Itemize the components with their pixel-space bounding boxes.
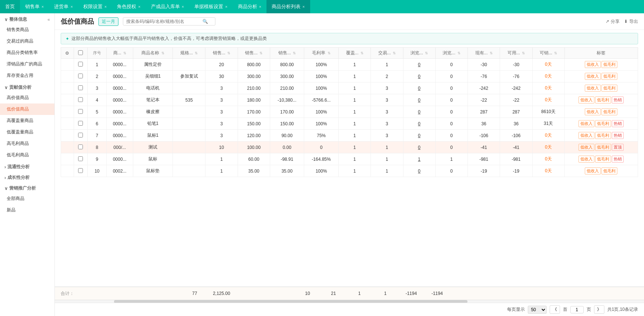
sidebar-item-all-products[interactable]: 全部商品 [0,193,54,204]
row-checkbox[interactable] [78,133,83,137]
col-margin[interactable]: 毛利率 ⇅ [304,48,338,59]
row-spec [173,153,205,165]
col-sellable[interactable]: 可销... ⇅ [532,48,564,59]
sidebar-item-high-value[interactable]: 高价值商品 [0,92,54,103]
row-checkbox-cell[interactable] [74,130,88,142]
tag: 低毛利 [601,167,617,174]
row-checkbox-cell[interactable] [74,165,88,177]
sidebar-item-high-margin[interactable]: 高毛利商品 [0,138,54,149]
row-view1[interactable]: 0 [403,118,435,130]
share-button[interactable]: ↗ 分享 [606,18,620,25]
col-name[interactable]: 商品名称 ⇅ [133,48,172,59]
row-view1[interactable]: 0 [403,165,435,177]
time-filter-button[interactable]: 近一月 [98,17,118,26]
col-stock[interactable]: 现有... ⇅ [468,48,500,59]
nav-product-analysis-list[interactable]: 商品分析列表 × [266,0,310,13]
row-view1[interactable]: 0 [403,94,435,106]
sidebar-item-sales-products[interactable]: 销售类商品 [0,24,54,35]
first-page-button[interactable]: 《 [550,305,560,314]
sidebar-item-traded[interactable]: 交易过的商品 [0,35,54,47]
row-spec [173,82,205,94]
close-icon[interactable]: × [41,4,44,9]
nav-purchase[interactable]: 进货单 × [49,0,78,13]
row-checkbox[interactable] [78,85,83,90]
row-checkbox[interactable] [78,74,83,78]
sidebar-item-category-sales[interactable]: 商品分类销售率 [0,47,54,58]
row-view1[interactable]: 1 [403,153,435,165]
row-checkbox[interactable] [78,62,83,67]
close-icon[interactable]: × [302,4,305,9]
sidebar-group-growth[interactable]: › 成长性分析 [0,171,54,182]
row-view1[interactable]: 0 [403,59,435,71]
sidebar-group-circulation[interactable]: › 流通性分析 [0,161,54,171]
col-gear[interactable]: ⚙ [61,48,74,59]
row-spec [173,142,205,153]
row-checkbox[interactable] [78,121,83,126]
col-available[interactable]: 可用... ⇅ [500,48,532,59]
row-checkbox-cell[interactable] [74,153,88,165]
row-view1[interactable]: 0 [403,71,435,82]
sidebar-item-stock-capital[interactable]: 库存资金占用 [0,70,54,81]
chevron-right-icon: › [4,164,6,170]
row-view1[interactable]: 0 [403,82,435,94]
col-sale-amount[interactable]: 销售... ⇅ [270,48,304,59]
row-stock: -242 [468,82,500,94]
table-wrapper[interactable]: ⚙ 序号 商... ⇅ 商品名称 ⇅ 规格... ⇅ 销售... ⇅ 销售...… [55,47,644,286]
sidebar-item-low-value[interactable]: 低价值商品 [0,103,54,115]
export-button[interactable]: ⬇ 导出 [624,18,638,25]
collapse-icon[interactable]: « [47,17,50,22]
col-sale-qty[interactable]: 销售... ⇅ [205,48,238,59]
search-input[interactable] [126,19,200,24]
select-all-checkbox[interactable] [78,50,83,55]
close-icon[interactable]: × [182,4,184,9]
row-checkbox[interactable] [78,156,83,161]
close-icon[interactable]: × [104,4,107,9]
col-coverage[interactable]: 覆盖... ⇅ [339,48,371,59]
close-icon[interactable]: × [70,4,73,9]
col-sale-price[interactable]: 销售... ⇅ [238,48,270,59]
row-checkbox[interactable] [78,168,83,173]
row-stock: 287 [468,106,500,118]
row-checkbox-cell[interactable] [74,71,88,82]
nav-sales[interactable]: 销售单 × [20,0,49,13]
row-checkbox-cell[interactable] [74,118,88,130]
nav-home[interactable]: 首页 [0,0,20,13]
page-number-input[interactable] [570,306,584,313]
row-checkbox-cell[interactable] [74,106,88,118]
row-checkbox-cell[interactable] [74,142,88,153]
row-checkbox[interactable] [78,109,83,114]
settings-icon[interactable]: ⚙ [65,51,69,56]
row-checkbox[interactable] [78,145,83,149]
search-icon[interactable]: 🔍 [202,19,208,24]
search-box[interactable]: 🔍 [123,17,215,26]
sidebar-item-low-margin[interactable]: 低毛利商品 [0,149,54,161]
sidebar-item-high-coverage[interactable]: 高覆盖量商品 [0,115,54,126]
row-view1[interactable]: 0 [403,130,435,142]
row-checkbox-cell[interactable] [74,94,88,106]
row-view1[interactable]: 0 [403,142,435,153]
nav-template[interactable]: 单据模板设置 × [189,0,232,13]
nav-roles[interactable]: 角色授权 × [112,0,145,13]
close-icon[interactable]: × [138,4,140,9]
col-view1[interactable]: 浏览... ⇅ [403,48,435,59]
nav-product-in[interactable]: 产成品入库单 × [146,0,189,13]
sidebar-item-new-products[interactable]: 新品 [0,204,54,216]
row-checkbox-cell[interactable] [74,59,88,71]
row-checkbox-cell[interactable] [74,82,88,94]
next-page-button[interactable]: 》 [594,305,604,314]
nav-product-analysis[interactable]: 商品分析 × [233,0,266,13]
col-code[interactable]: 商... ⇅ [106,48,133,59]
row-checkbox[interactable] [78,97,83,102]
col-spec[interactable]: 规格... ⇅ [173,48,205,59]
sidebar-item-low-coverage[interactable]: 低覆盖量商品 [0,126,54,138]
close-icon[interactable]: × [225,4,227,9]
row-trade: 3 [371,118,403,130]
sidebar-item-slow-moving[interactable]: 滞销品推广的商品 [0,58,54,70]
col-view2[interactable]: 浏览... ⇅ [435,48,467,59]
row-view1[interactable]: 0 [403,106,435,118]
close-icon[interactable]: × [259,4,261,9]
col-trade[interactable]: 交易... ⇅ [371,48,403,59]
nav-permissions[interactable]: 权限设置 × [78,0,112,13]
col-checkbox[interactable] [74,48,88,59]
page-size-select[interactable]: 50 100 200 [528,306,547,314]
